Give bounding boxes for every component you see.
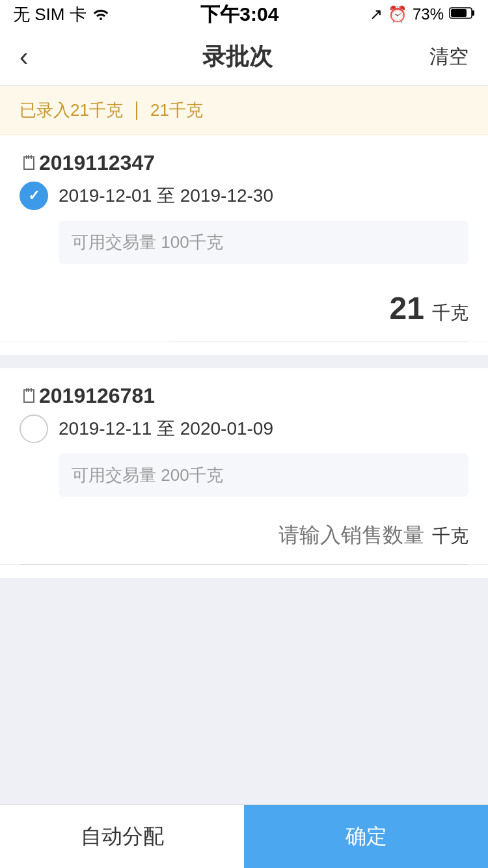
nav-bar: ‹ 录批次 清空 (0, 29, 488, 86)
section-separator (0, 355, 488, 368)
wifi-icon (92, 5, 110, 25)
batch-1-date: 2019-12-01 至 2019-12-30 (59, 183, 273, 208)
svg-rect-1 (472, 10, 474, 16)
quantity-input[interactable] (164, 523, 424, 547)
batch-1-unit: 千克 (432, 301, 468, 325)
alarm-icon: ⏰ (388, 5, 407, 23)
bottom-bar: 自动分配 确定 (0, 804, 488, 868)
batch-2-available: 可用交易量 200千克 (59, 454, 468, 497)
batch-1-id: 2019112347 (39, 151, 155, 175)
back-button[interactable]: ‹ (20, 42, 59, 72)
banner-divider (136, 102, 137, 120)
clear-button[interactable]: 清空 (416, 44, 468, 70)
batch-1-available-text: 可用交易量 100千克 (72, 232, 223, 252)
batch-2-bottom-space (0, 565, 488, 578)
batch-item-2[interactable]: 🗒 2019126781 2019-12-11 至 2020-01-09 可用交… (0, 368, 488, 510)
status-bar: 无 SIM 卡 下午3:04 ↗ ⏰ 73% (0, 0, 488, 29)
batch-2-date-row: 2019-12-11 至 2020-01-09 (20, 414, 468, 443)
sim-text: 无 SIM 卡 (13, 3, 87, 26)
batch-2-date: 2019-12-11 至 2020-01-09 (59, 416, 273, 441)
batch-2-input-row: 千克 (0, 510, 488, 564)
batch-1-bottom-space (0, 342, 488, 355)
batch-2-header: 🗒 2019126781 (20, 384, 468, 408)
page-title: 录批次 (202, 41, 273, 73)
location-icon: ↗ (370, 5, 383, 23)
doc-icon-1: 🗒 (20, 152, 39, 174)
status-left: 无 SIM 卡 (13, 3, 110, 26)
auto-distribute-button[interactable]: 自动分配 (0, 805, 244, 868)
batch-1-header: 🗒 2019112347 (20, 151, 468, 175)
check-icon-1: ✓ (28, 187, 40, 204)
status-right: ↗ ⏰ 73% (370, 5, 475, 23)
time-display: 下午3:04 (200, 1, 278, 28)
battery-text: 73% (413, 5, 444, 23)
batch-1-amount-row: 21 千克 (0, 277, 488, 342)
battery-icon (449, 5, 475, 23)
svg-rect-2 (451, 9, 467, 17)
batch-2-radio[interactable] (20, 414, 48, 443)
confirm-button[interactable]: 确定 (244, 805, 488, 868)
recorded-amount-value: 21千克 (150, 99, 203, 122)
batch-1-date-row: ✓ 2019-12-01 至 2019-12-30 (20, 182, 468, 210)
recorded-amount-label: 已录入21千克 (20, 99, 123, 122)
batch-2-unit: 千克 (432, 524, 468, 549)
info-banner: 已录入21千克 21千克 (0, 86, 488, 135)
batch-1-available: 可用交易量 100千克 (59, 221, 468, 264)
batch-1-amount: 21 (390, 290, 424, 326)
batch-1-radio[interactable]: ✓ (20, 182, 48, 210)
batch-item-1[interactable]: 🗒 2019112347 ✓ 2019-12-01 至 2019-12-30 可… (0, 135, 488, 277)
batch-2-id: 2019126781 (39, 384, 155, 408)
doc-icon-2: 🗒 (20, 385, 39, 407)
batch-2-available-text: 可用交易量 200千克 (72, 465, 223, 485)
